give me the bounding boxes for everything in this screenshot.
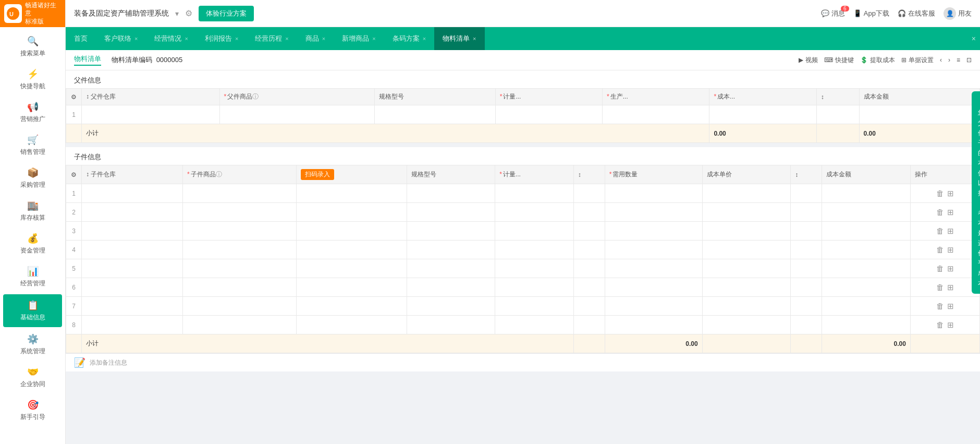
tab-barcode-close[interactable]: × bbox=[423, 35, 426, 42]
sidebar-item-guide[interactable]: 🎯 新手引导 bbox=[0, 394, 65, 427]
child-row-1-spec[interactable] bbox=[407, 184, 495, 203]
child-row-1-unit[interactable] bbox=[495, 184, 574, 203]
child-row-1-unit-cost[interactable] bbox=[702, 184, 791, 203]
child-row-5-product[interactable] bbox=[182, 259, 296, 278]
parent-row-1-spec[interactable] bbox=[375, 105, 495, 124]
child-row-3-qty[interactable] bbox=[605, 222, 702, 241]
child-row-7-unit-cost[interactable] bbox=[702, 297, 791, 316]
child-row-3-unit[interactable] bbox=[495, 222, 574, 241]
sidebar-item-marketing[interactable]: 📢 营销推广 bbox=[0, 96, 65, 129]
child-row-2-warehouse[interactable] bbox=[82, 203, 183, 222]
tab-profit-close[interactable]: × bbox=[235, 35, 238, 42]
tab-barcode[interactable]: 条码方案 × bbox=[384, 27, 434, 50]
child-row-7-warehouse[interactable] bbox=[82, 297, 183, 316]
app-download-button[interactable]: 📱 App下载 bbox=[853, 9, 889, 18]
tab-customer-close[interactable]: × bbox=[134, 35, 138, 42]
child-row-2-unit-cost[interactable] bbox=[702, 203, 791, 222]
settings-icon[interactable]: ⚙ bbox=[185, 8, 192, 18]
tab-goods-close[interactable]: × bbox=[322, 35, 325, 42]
dropdown-icon[interactable]: ▾ bbox=[175, 9, 179, 18]
sidebar-item-quick-nav[interactable]: ⚡ 快捷导航 bbox=[0, 63, 65, 96]
child-row-7-spec[interactable] bbox=[407, 297, 495, 316]
child-row-6-spec[interactable] bbox=[407, 278, 495, 297]
child-row-4-warehouse[interactable] bbox=[82, 241, 183, 259]
nav-prev-button[interactable]: ‹ bbox=[940, 56, 942, 64]
child-row-8-product[interactable] bbox=[182, 316, 296, 334]
child-row-2-qty[interactable] bbox=[605, 203, 702, 222]
extract-cost-button[interactable]: 💲 提取成本 bbox=[860, 56, 895, 65]
parent-row-1-cost[interactable] bbox=[709, 105, 816, 124]
child-row-7-unit[interactable] bbox=[495, 297, 574, 316]
delete-icon-7[interactable]: 🗑 bbox=[936, 302, 944, 311]
sidebar-item-basic-info[interactable]: 📋 基础信息 bbox=[3, 294, 62, 327]
online-service-button[interactable]: 🎧 在线客服 bbox=[898, 9, 935, 18]
sub-tab-bom[interactable]: 物料清单 bbox=[74, 54, 101, 66]
child-row-2-product[interactable] bbox=[182, 203, 296, 222]
child-row-4-unit-cost[interactable] bbox=[702, 241, 791, 259]
child-row-8-unit-cost[interactable] bbox=[702, 316, 791, 334]
parent-row-1-product[interactable] bbox=[219, 105, 375, 124]
tab-history[interactable]: 经营历程 × bbox=[247, 27, 297, 50]
delete-icon-3[interactable]: 🗑 bbox=[936, 226, 944, 236]
user-button[interactable]: 👤 用友 bbox=[944, 7, 972, 20]
child-row-8-qty[interactable] bbox=[605, 316, 702, 334]
child-row-5-qty[interactable] bbox=[605, 259, 702, 278]
shortcut-button[interactable]: ⌨ 快捷键 bbox=[824, 56, 854, 65]
child-row-1-qty[interactable] bbox=[605, 184, 702, 203]
parent-th-settings[interactable]: ⚙ bbox=[66, 89, 82, 105]
trial-button[interactable]: 体验行业方案 bbox=[199, 6, 254, 21]
delete-icon-2[interactable]: 🗑 bbox=[936, 208, 944, 217]
child-row-1-product[interactable] bbox=[182, 184, 296, 203]
tab-new-goods[interactable]: 新增商品 × bbox=[334, 27, 384, 50]
parent-row-1-unit[interactable] bbox=[495, 105, 602, 124]
copy-icon-3[interactable]: ⊞ bbox=[947, 226, 954, 236]
tab-bom-close[interactable]: × bbox=[473, 35, 476, 42]
copy-icon-6[interactable]: ⊞ bbox=[947, 283, 954, 292]
child-row-4-product[interactable] bbox=[182, 241, 296, 259]
sidebar-item-operations[interactable]: 📊 经营管理 bbox=[0, 260, 65, 293]
copy-icon-8[interactable]: ⊞ bbox=[947, 320, 954, 330]
tab-profit[interactable]: 利润报告 × bbox=[197, 27, 247, 50]
copy-icon-7[interactable]: ⊞ bbox=[947, 302, 954, 311]
delete-icon-4[interactable]: 🗑 bbox=[936, 245, 944, 255]
nav-next-button[interactable]: › bbox=[948, 56, 950, 64]
copy-icon-1[interactable]: ⊞ bbox=[947, 189, 954, 198]
child-row-8-unit[interactable] bbox=[495, 316, 574, 334]
sidebar-item-system[interactable]: ⚙️ 系统管理 bbox=[0, 328, 65, 361]
child-row-5-unit-cost[interactable] bbox=[702, 259, 791, 278]
child-row-3-product[interactable] bbox=[182, 222, 296, 241]
expand-button[interactable]: ⊡ bbox=[966, 56, 972, 64]
sidebar-item-finance[interactable]: 💰 资金管理 bbox=[0, 227, 65, 260]
child-row-2-unit[interactable] bbox=[495, 203, 574, 222]
child-row-6-unit-cost[interactable] bbox=[702, 278, 791, 297]
sidebar-item-enterprise[interactable]: 🤝 企业协同 bbox=[0, 361, 65, 394]
sidebar-item-inventory[interactable]: 🏬 库存核算 bbox=[0, 195, 65, 227]
child-row-8-warehouse[interactable] bbox=[82, 316, 183, 334]
video-button[interactable]: ▶ 视频 bbox=[799, 56, 818, 65]
copy-icon-5[interactable]: ⊞ bbox=[947, 264, 954, 273]
child-row-8-spec[interactable] bbox=[407, 316, 495, 334]
child-row-3-warehouse[interactable] bbox=[82, 222, 183, 241]
child-row-5-unit[interactable] bbox=[495, 259, 574, 278]
parent-row-1-warehouse[interactable] bbox=[82, 105, 220, 124]
child-row-7-qty[interactable] bbox=[605, 297, 702, 316]
delete-icon-6[interactable]: 🗑 bbox=[936, 283, 944, 292]
tab-bom[interactable]: 物料清单 × bbox=[434, 27, 484, 50]
child-th-settings[interactable]: ⚙ bbox=[66, 165, 82, 184]
child-row-2-spec[interactable] bbox=[407, 203, 495, 222]
delete-icon-5[interactable]: 🗑 bbox=[936, 264, 944, 273]
child-row-5-warehouse[interactable] bbox=[82, 259, 183, 278]
bill-settings-button[interactable]: ⊞ 单据设置 bbox=[901, 56, 934, 65]
tab-operations[interactable]: 经营情况 × bbox=[146, 27, 196, 50]
child-row-6-qty[interactable] bbox=[605, 278, 702, 297]
sidebar-item-search[interactable]: 🔍 搜索菜单 bbox=[0, 30, 65, 63]
sidebar-item-purchase[interactable]: 📦 采购管理 bbox=[0, 162, 65, 195]
copy-icon-4[interactable]: ⊞ bbox=[947, 245, 954, 255]
tab-goods[interactable]: 商品 × bbox=[297, 27, 334, 50]
tab-history-close[interactable]: × bbox=[285, 35, 288, 42]
tab-new-goods-close[interactable]: × bbox=[372, 35, 375, 42]
delete-icon-1[interactable]: 🗑 bbox=[936, 189, 944, 198]
child-row-6-unit[interactable] bbox=[495, 278, 574, 297]
child-row-7-product[interactable] bbox=[182, 297, 296, 316]
tab-home[interactable]: 首页 bbox=[66, 27, 96, 50]
